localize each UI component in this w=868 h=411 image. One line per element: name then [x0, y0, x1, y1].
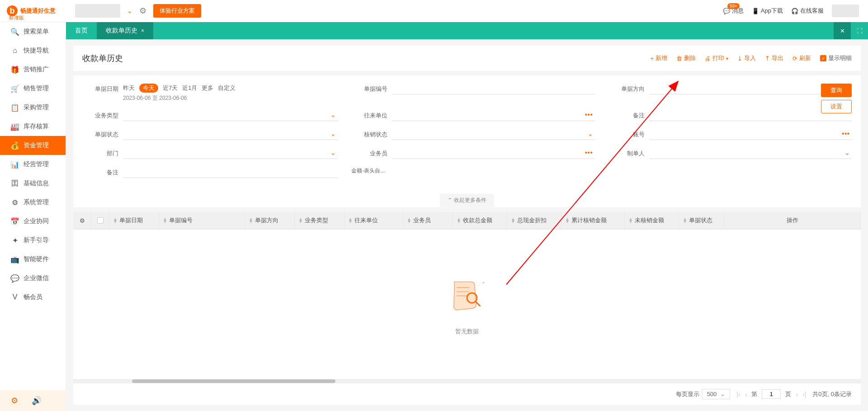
message-badge: 99+ — [727, 3, 740, 9]
th-total-amount[interactable]: ▲▼收款总金额 — [453, 212, 507, 229]
sort-icon: ▲▼ — [249, 218, 253, 223]
select-doc-status[interactable]: ⌄ — [123, 129, 338, 140]
lookup-partner[interactable]: ••• — [392, 110, 594, 121]
sidebar-item-inventory[interactable]: 🏭库存核算 — [0, 117, 66, 136]
sidebar-item-search[interactable]: 🔍搜索菜单 — [0, 22, 66, 41]
checkbox-icon — [97, 217, 104, 224]
select-biz-type[interactable]: ⌄ — [123, 110, 338, 121]
page-number-input[interactable] — [762, 389, 781, 399]
table-header: ⚙ ▲▼单据日期 ▲▼单据编号 ▲▼单据方向 ▲▼业务类型 ▲▼往来单位 ▲▼业… — [73, 212, 861, 229]
next-page-button[interactable]: › — [796, 391, 798, 398]
th-actions: 操作 — [724, 212, 861, 229]
gift-icon: 🎁 — [11, 65, 19, 74]
label-partner: 往来单位 — [351, 110, 392, 120]
print-button[interactable]: 🖨打印▾ — [705, 54, 728, 62]
empty-illustration — [442, 273, 492, 318]
tabs-bar: 首页 收款单历史× ✕ ⛶ — [66, 22, 868, 39]
th-verified-amount[interactable]: ▲▼累计核销金额 — [561, 212, 625, 229]
delete-button[interactable]: 🗑删除 — [676, 54, 696, 62]
try-industry-button[interactable]: 体验行业方案 — [153, 4, 201, 18]
horizontal-scrollbar[interactable] — [73, 379, 861, 383]
customer-service-link[interactable]: 🎧 在线客服 — [791, 7, 824, 15]
footer-sound-icon[interactable]: 🔊 — [32, 396, 42, 406]
wechat-icon: 💬 — [11, 274, 19, 282]
label-amount-header: 金额-表头自... — [351, 167, 385, 175]
th-biz-type[interactable]: ▲▼业务类型 — [295, 212, 344, 229]
tab-close-icon[interactable]: × — [141, 28, 144, 34]
scrollbar-thumb[interactable] — [132, 379, 335, 383]
th-doc-date[interactable]: ▲▼单据日期 — [109, 212, 159, 229]
export-button[interactable]: ⤒导出 — [765, 54, 783, 62]
company-dropdown-icon[interactable]: ⌄ — [127, 7, 132, 14]
label-doc-date: 单据日期 — [82, 84, 123, 93]
label-creator: 制单人 — [609, 148, 649, 158]
show-detail-toggle[interactable]: ✓显示明细 — [820, 54, 852, 62]
sidebar-item-business[interactable]: 📊经营管理 — [0, 155, 66, 174]
collapse-conditions-button[interactable]: ⌃ 收起更多条件 — [440, 194, 494, 207]
search-icon: 🔍 — [11, 28, 19, 36]
select-all-checkbox[interactable] — [91, 212, 109, 229]
th-discount[interactable]: ▲▼总现金折扣 — [507, 212, 561, 229]
add-button[interactable]: +新增 — [650, 54, 667, 62]
prev-page-button[interactable]: ‹ — [745, 391, 747, 398]
chevron-down-icon: ⌄ — [330, 149, 336, 156]
gear-icon: ⚙ — [80, 217, 85, 224]
label-remark: 备注 — [609, 110, 649, 120]
lookup-salesman[interactable]: ••• — [392, 148, 594, 159]
sidebar-item-purchase[interactable]: 📋采购管理 — [0, 98, 66, 117]
sidebar-item-finance[interactable]: 💰资金管理 — [0, 136, 66, 155]
sidebar-item-guide[interactable]: ✦新手引导 — [0, 231, 66, 250]
import-button[interactable]: ⤓导入 — [737, 54, 756, 62]
user-avatar[interactable] — [832, 5, 859, 17]
last-page-button[interactable]: ›| — [802, 391, 806, 398]
fullscreen-button[interactable]: ⛶ — [851, 22, 868, 39]
date-week[interactable]: 近7天 — [163, 84, 178, 92]
first-page-button[interactable]: |‹ — [736, 391, 740, 398]
date-today[interactable]: 今天 — [139, 84, 158, 93]
sidebar: 🔍搜索菜单 ⌂快捷导航 🎁营销推广 🛒销售管理 📋采购管理 🏭库存核算 💰资金管… — [0, 22, 66, 411]
star-icon: ✦ — [11, 236, 19, 244]
tab-receipt-history[interactable]: 收款单历史× — [97, 22, 153, 39]
select-verify-status[interactable]: ⌄ — [392, 129, 594, 140]
sidebar-item-sales[interactable]: 🛒销售管理 — [0, 79, 66, 98]
date-custom[interactable]: 自定义 — [218, 84, 236, 92]
input-doc-no[interactable] — [392, 84, 594, 94]
sidebar-item-wechat[interactable]: 💬企业微信 — [0, 269, 66, 288]
brand-sub: 标准版 — [9, 14, 24, 21]
app-download-link[interactable]: 📱 App下载 — [752, 7, 783, 15]
date-month[interactable]: 近1月 — [182, 84, 197, 92]
messages-link[interactable]: 💬 99+ 消息 — [723, 7, 744, 15]
settings-icon[interactable]: ⚙ — [139, 6, 146, 16]
select-creator[interactable]: ⌄ — [649, 148, 852, 159]
th-salesman[interactable]: ▲▼业务员 — [403, 212, 453, 229]
grid-icon: 囯 — [11, 179, 19, 187]
sidebar-item-basicinfo[interactable]: 囯基础信息 — [0, 174, 66, 193]
refresh-button[interactable]: ⟳刷新 — [793, 54, 811, 62]
th-direction[interactable]: ▲▼单据方向 — [245, 212, 295, 229]
th-partner[interactable]: ▲▼往来单位 — [344, 212, 403, 229]
company-selector-image — [75, 4, 120, 18]
th-doc-no[interactable]: ▲▼单据编号 — [159, 212, 245, 229]
input-remark2[interactable] — [123, 167, 338, 178]
chevron-down-icon: ⌄ — [588, 130, 593, 137]
th-unverified-amount[interactable]: ▲▼未核销金额 — [625, 212, 679, 229]
sidebar-item-hardware[interactable]: 📺智能硬件 — [0, 250, 66, 269]
settings-button[interactable]: 设置 — [821, 100, 852, 113]
lookup-account[interactable]: ••• — [649, 129, 852, 140]
tab-home[interactable]: 首页 — [66, 22, 97, 39]
sidebar-item-marketing[interactable]: 🎁营销推广 — [0, 60, 66, 79]
column-settings-button[interactable]: ⚙ — [73, 212, 91, 229]
sidebar-item-system[interactable]: ⚙系统管理 — [0, 193, 66, 212]
search-button[interactable]: 查询 — [821, 84, 852, 97]
page-size-select[interactable]: 500⌄ — [702, 389, 731, 399]
label-doc-status: 单据状态 — [82, 129, 123, 139]
date-yesterday[interactable]: 昨天 — [123, 84, 135, 92]
sidebar-item-shortcut[interactable]: ⌂快捷导航 — [0, 41, 66, 60]
select-dept[interactable]: ⌄ — [123, 148, 338, 159]
sidebar-item-collab[interactable]: 📅企业协同 — [0, 212, 66, 231]
footer-gear-icon[interactable]: ⚙ — [11, 396, 18, 406]
close-all-tabs-button[interactable]: ✕ — [834, 22, 851, 39]
th-status[interactable]: ▲▼单据状态 — [679, 212, 724, 229]
date-more[interactable]: 更多 — [202, 84, 213, 92]
sidebar-item-vip[interactable]: V畅会员 — [0, 288, 66, 307]
